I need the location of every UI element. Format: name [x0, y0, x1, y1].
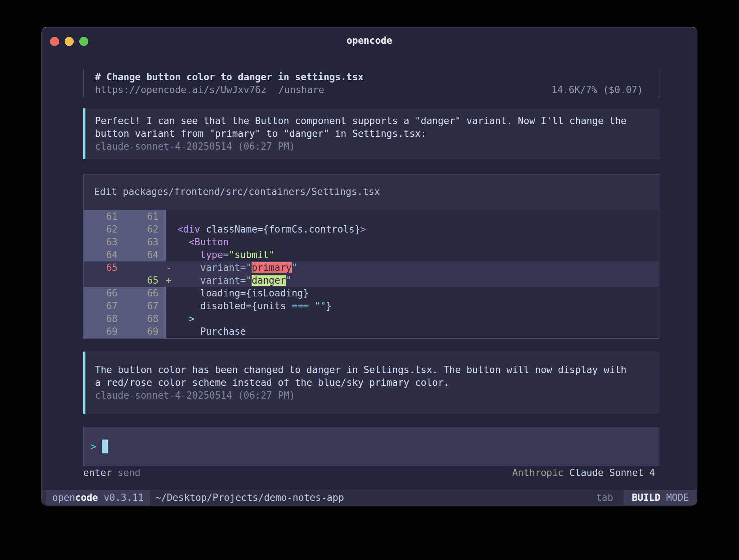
code-line: Purchase: [172, 325, 246, 338]
diff-row: 6969 Purchase: [84, 325, 659, 338]
code-segment: <Button: [189, 237, 229, 248]
old-line-number: [84, 274, 125, 287]
code-segment: "submit": [229, 249, 275, 260]
model-label: Claude Sonnet 4: [569, 467, 655, 478]
code-line: disabled={units === ""}: [172, 300, 332, 312]
new-line-number: 66: [125, 287, 166, 300]
app-name-normal: open: [52, 492, 75, 503]
session-links: https://opencode.ai/s/UwJxv76z/unshare: [95, 84, 324, 96]
send-hint: enter send: [83, 467, 141, 479]
titlebar: opencode: [42, 27, 697, 54]
provider-label: Anthropic: [512, 467, 564, 478]
new-line-number: 65: [125, 274, 166, 287]
code-segment: disabled={units: [172, 300, 292, 311]
code-line: variant="primary": [172, 261, 297, 274]
code-segment: >: [189, 313, 195, 324]
code-line: loading={isLoading}: [172, 287, 309, 300]
text-cursor: [102, 440, 108, 453]
diff-row: 6767 disabled={units === ""}: [84, 300, 659, 312]
session-meta: https://opencode.ai/s/UwJxv76z/unshare 1…: [84, 84, 659, 96]
status-bar: opencode v0.3.11 ~/Desktop/Projects/demo…: [42, 490, 697, 505]
code-line: <div className={formCs.controls}>: [172, 223, 366, 236]
code-segment: ": [286, 275, 292, 286]
message-model-timestamp: claude-sonnet-4-20250514 (06:27 PM): [95, 389, 644, 402]
code-segment: =": [240, 275, 252, 286]
close-button[interactable]: [50, 37, 59, 46]
code-segment: <div: [177, 224, 200, 235]
code-segment: Purchase: [172, 326, 246, 337]
diff-row: 6363 <Button: [84, 236, 659, 249]
app-version: v0.3.11: [104, 492, 144, 503]
screen: opencode # Change button color to danger…: [0, 0, 739, 560]
traffic-lights: [50, 37, 88, 46]
edit-tool-header: Edit packages/frontend/src/containers/Se…: [84, 174, 659, 210]
message-text: The button color has been changed to dan…: [95, 364, 635, 389]
diff-row: 6666 loading={isLoading}: [84, 287, 659, 300]
diff-marker: +: [166, 274, 172, 287]
share-url[interactable]: https://opencode.ai/s/UwJxv76z: [95, 84, 267, 95]
new-line-number: 67: [125, 300, 166, 312]
diff-row: 6464 type="submit": [84, 249, 659, 261]
diff-marker: [166, 249, 172, 261]
code-line: variant="danger": [172, 274, 292, 287]
app-name-bold: code: [75, 492, 98, 503]
code-segment: className: [200, 224, 257, 235]
message-model-timestamp: claude-sonnet-4-20250514 (06:27 PM): [95, 140, 644, 153]
minimize-button[interactable]: [65, 37, 74, 46]
old-line-number: 65: [84, 261, 125, 274]
window-title: opencode: [346, 35, 392, 46]
code-segment: danger: [252, 275, 286, 286]
zoom-button[interactable]: [79, 37, 88, 46]
session-header: # Change button color to danger in setti…: [83, 70, 659, 97]
new-line-number: 68: [125, 312, 166, 325]
prompt-input[interactable]: >: [83, 427, 659, 466]
old-line-number: 62: [84, 223, 125, 236]
new-line-number: [125, 261, 166, 274]
diff-marker: [166, 223, 172, 236]
enter-key-hint: enter: [83, 467, 112, 478]
new-line-number: 61: [125, 210, 166, 223]
diff-marker: [166, 236, 172, 249]
code-segment: [172, 313, 189, 324]
diff-row: 65+ variant="danger": [84, 274, 659, 287]
diff-marker: [166, 300, 172, 312]
assistant-message: Perfect! I can see that the Button compo…: [83, 108, 659, 159]
new-line-number: 69: [125, 325, 166, 338]
code-segment: >: [360, 224, 366, 235]
code-line: >: [172, 312, 195, 325]
new-line-number: 62: [125, 223, 166, 236]
code-segment: variant: [172, 262, 240, 273]
code-segment: ": [292, 262, 298, 273]
new-line-number: 64: [125, 249, 166, 261]
old-line-number: 69: [84, 325, 125, 338]
opencode-window: opencode # Change button color to danger…: [41, 27, 697, 506]
mode-name: BUILD: [632, 492, 660, 503]
old-line-number: 66: [84, 287, 125, 300]
code-segment: primary: [252, 262, 292, 273]
content-column: # Change button color to danger in setti…: [42, 70, 697, 479]
code-segment: =: [223, 249, 229, 260]
code-segment: =: [257, 224, 263, 235]
code-line: type="submit": [172, 249, 275, 261]
unshare-action[interactable]: /unshare: [279, 84, 324, 95]
old-line-number: 63: [84, 236, 125, 249]
diff-marker: [166, 325, 172, 338]
context-stats: 14.6K/7% ($0.07): [552, 84, 643, 96]
edit-tool-block: Edit packages/frontend/src/containers/Se…: [83, 174, 659, 339]
diff-table: 61616262 <div className={formCs.controls…: [84, 210, 659, 338]
code-segment: loading={isLoading}: [172, 288, 309, 299]
code-segment: type: [200, 249, 223, 260]
old-line-number: 64: [84, 249, 125, 261]
code-segment: {formCs.controls}: [263, 224, 360, 235]
code-segment: [172, 249, 200, 260]
diff-marker: [166, 312, 172, 325]
app-version-segment: opencode v0.3.11: [46, 490, 150, 505]
code-segment: variant: [172, 275, 240, 286]
old-line-number: 68: [84, 312, 125, 325]
model-indicator: Anthropic Claude Sonnet 4: [512, 467, 655, 479]
code-segment: "": [314, 300, 326, 311]
code-segment: }: [326, 300, 332, 311]
diff-marker: -: [166, 261, 172, 274]
code-segment: [172, 237, 189, 248]
code-segment: ===: [292, 300, 309, 311]
